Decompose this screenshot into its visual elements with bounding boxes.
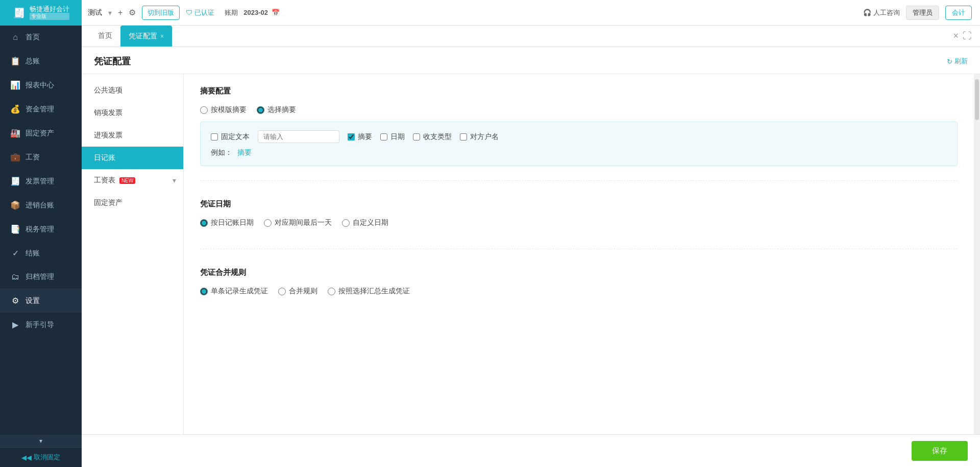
left-menu-item-journal[interactable]: 日记账 xyxy=(82,147,183,169)
merge-rules-section: 凭证合并规则 单条记录生成凭证 合并规则 xyxy=(200,268,958,317)
fixed-text-checkbox-label[interactable]: 固定文本 xyxy=(211,132,250,142)
left-menu-label: 公共选项 xyxy=(94,86,122,94)
summary-options-box: 固定文本 摘要 日期 xyxy=(200,122,958,166)
left-menu-item-purchase[interactable]: 进项发票 xyxy=(82,124,183,147)
fixed-text-input[interactable] xyxy=(258,130,339,143)
summary-checkbox[interactable] xyxy=(348,133,355,141)
counterpart-checkbox-label[interactable]: 对方户名 xyxy=(460,132,499,142)
voucher-date-section: 凭证日期 按日记账日期 对应期间最后一天 xyxy=(200,199,958,249)
refresh-button[interactable]: ↻ 刷新 xyxy=(947,57,968,66)
summary-checkbox-label[interactable]: 摘要 xyxy=(348,132,372,142)
summary-config-section: 摘要配置 按模版摘要 选择摘要 xyxy=(200,86,958,181)
counterpart-checkbox[interactable] xyxy=(460,133,467,141)
sidebar-item-invoice[interactable]: 🧾 发票管理 xyxy=(0,169,82,193)
radio-last-day-label[interactable]: 对应期间最后一天 xyxy=(264,218,332,227)
cancel-fixed-button[interactable]: ◀◀ 取消固定 xyxy=(0,447,82,467)
logo-area: 🧾 畅捷通好会计 专业版 xyxy=(0,0,82,26)
sidebar-item-label: 新手引导 xyxy=(26,320,54,330)
sidebar-item-label: 工资 xyxy=(26,153,40,162)
fixed-text-checkbox[interactable] xyxy=(211,133,218,141)
date-label: 日期 xyxy=(390,132,405,142)
merge-rules-radio-group: 单条记录生成凭证 合并规则 按照选择汇总生成凭证 xyxy=(200,287,958,296)
income-type-checkbox[interactable] xyxy=(413,133,420,141)
radio-summary-label[interactable]: 按照选择汇总生成凭证 xyxy=(328,287,410,296)
sidebar-item-label: 结账 xyxy=(26,249,40,258)
sidebar-item-checkout[interactable]: ✓ 结账 xyxy=(0,241,82,265)
sidebar-item-trade[interactable]: 📦 进销台账 xyxy=(0,193,82,217)
radio-merge-label[interactable]: 合并规则 xyxy=(278,287,317,296)
content-area: 首页 凭证配置 × × ⛶ 凭证配置 ↻ 刷新 xyxy=(82,26,980,467)
sidebar-item-settings[interactable]: ⚙ 设置 xyxy=(0,289,82,313)
radio-single-label[interactable]: 单条记录生成凭证 xyxy=(200,287,268,296)
summary-options-row: 固定文本 摘要 日期 xyxy=(211,130,947,143)
summary-radio-group: 按模版摘要 选择摘要 xyxy=(200,105,958,114)
fullscreen-button[interactable]: ⛶ xyxy=(963,31,972,41)
radio-last-day-input[interactable] xyxy=(264,219,272,227)
right-scrollbar[interactable] xyxy=(974,74,980,434)
add-icon[interactable]: + xyxy=(118,8,122,17)
summary-config-title: 摘要配置 xyxy=(200,86,958,96)
switch-old-button[interactable]: 切到旧版 xyxy=(142,6,180,20)
radio-merge-input[interactable] xyxy=(278,288,286,295)
voucher-date-radio-group: 按日记账日期 对应期间最后一天 自定义日期 xyxy=(200,218,958,227)
sidebar-item-label: 报表中心 xyxy=(26,81,54,90)
summary-label: 摘要 xyxy=(358,132,372,142)
admin-button[interactable]: 管理员 xyxy=(906,6,939,20)
income-type-checkbox-label[interactable]: 收支类型 xyxy=(413,132,452,142)
date-checkbox[interactable] xyxy=(380,133,387,141)
sidebar-item-report[interactable]: 📊 报表中心 xyxy=(0,73,82,97)
radio-journal-date-input[interactable] xyxy=(200,219,208,227)
save-button[interactable]: 保存 xyxy=(912,441,968,461)
counterpart-label: 对方户名 xyxy=(470,132,499,142)
left-menu: 公共选项 销项发票 进项发票 日记账 工资表 NEW ▾ xyxy=(82,74,184,434)
sidebar-item-label: 资金管理 xyxy=(26,105,54,114)
shield-icon: 🛡 xyxy=(186,9,192,16)
radio-custom-date-label[interactable]: 自定义日期 xyxy=(342,218,388,227)
close-window-button[interactable]: × xyxy=(953,31,959,41)
left-menu-item-fixed-assets[interactable]: 固定资产 xyxy=(82,192,183,214)
accountant-button[interactable]: 会计 xyxy=(945,6,972,20)
example-row: 例如： 摘要 xyxy=(211,148,947,157)
right-scrollbar-thumb xyxy=(975,79,979,120)
income-type-label: 收支类型 xyxy=(423,132,452,142)
sidebar-item-assets[interactable]: 🏭 固定资产 xyxy=(0,121,82,145)
sidebar-item-salary[interactable]: 💼 工资 xyxy=(0,145,82,169)
radio-select-input[interactable] xyxy=(257,106,264,114)
chevron-down-icon: ▾ xyxy=(173,176,176,184)
radio-select-label[interactable]: 选择摘要 xyxy=(257,105,296,114)
tab-home[interactable]: 首页 xyxy=(90,26,120,46)
settings-icon[interactable]: ⚙ xyxy=(129,8,136,17)
radio-summary-input[interactable] xyxy=(328,288,335,295)
radio-custom-date-input[interactable] xyxy=(342,219,350,227)
fixed-text-label: 固定文本 xyxy=(221,132,250,142)
tab-voucher-config[interactable]: 凭证配置 × xyxy=(120,26,172,46)
certified-label: 已认证 xyxy=(194,8,214,17)
sidebar-item-ledger[interactable]: 📋 总账 xyxy=(0,49,82,73)
left-menu-item-sales[interactable]: 销项发票 xyxy=(82,102,183,124)
sidebar-item-capital[interactable]: 💰 资金管理 xyxy=(0,97,82,121)
settings-icon: ⚙ xyxy=(10,296,20,306)
new-badge: NEW xyxy=(119,177,135,184)
radio-custom-date-text: 自定义日期 xyxy=(353,218,388,227)
consult-button[interactable]: 🎧 人工咨询 xyxy=(863,8,900,17)
dropdown-icon[interactable]: ▾ xyxy=(108,9,112,17)
radio-template-input[interactable] xyxy=(200,106,208,114)
voucher-date-title: 凭证日期 xyxy=(200,199,958,209)
date-checkbox-label[interactable]: 日期 xyxy=(380,132,405,142)
sidebar-item-tax[interactable]: 📑 税务管理 xyxy=(0,217,82,241)
checkout-icon: ✓ xyxy=(10,248,20,258)
sidebar-scroll-down[interactable]: ▾ xyxy=(0,435,82,447)
tab-home-label: 首页 xyxy=(98,31,112,40)
example-value: 摘要 xyxy=(237,148,252,156)
left-menu-item-payroll[interactable]: 工资表 NEW ▾ xyxy=(82,169,183,192)
left-menu-item-public[interactable]: 公共选项 xyxy=(82,79,183,102)
radio-single-input[interactable] xyxy=(200,288,208,295)
sidebar-item-archive[interactable]: 🗂 归档管理 xyxy=(0,265,82,289)
sidebar-item-home[interactable]: ⌂ 首页 xyxy=(0,26,82,49)
sidebar-item-guide[interactable]: ▶ 新手引导 xyxy=(0,313,82,337)
radio-template-label[interactable]: 按模版摘要 xyxy=(200,105,247,114)
archive-icon: 🗂 xyxy=(10,272,20,282)
radio-journal-date-label[interactable]: 按日记账日期 xyxy=(200,218,254,227)
tab-close-icon[interactable]: × xyxy=(160,33,164,40)
trade-icon: 📦 xyxy=(10,200,20,210)
